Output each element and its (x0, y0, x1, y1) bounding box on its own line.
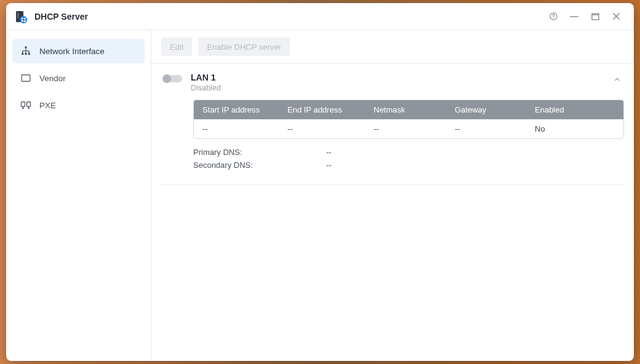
pxe-icon (20, 99, 32, 111)
window-title: DHCP Server (34, 12, 88, 22)
enable-dhcp-button[interactable]: Enable DHCP server (198, 38, 289, 56)
svg-rect-16 (25, 47, 27, 49)
interface-card-header: LAN 1 Disabled (161, 73, 624, 100)
svg-rect-18 (25, 53, 27, 55)
svg-rect-20 (25, 49, 26, 51)
svg-rect-25 (22, 75, 30, 82)
app-icon (15, 10, 28, 23)
svg-rect-22 (22, 51, 23, 53)
main-panel: Edit Enable DHCP server LAN 1 Disabled (151, 30, 634, 361)
th-gateway: Gateway (446, 100, 526, 119)
th-enabled: Enabled (526, 100, 623, 119)
app-window: DHCP Server (6, 3, 634, 361)
svg-rect-3 (18, 17, 19, 18)
td-netmask: -- (365, 119, 446, 138)
ip-range-table: Start IP address End IP address Netmask … (193, 100, 624, 139)
svg-rect-7 (22, 20, 23, 22)
svg-rect-19 (28, 53, 30, 55)
svg-rect-8 (24, 20, 26, 22)
table-header-row: Start IP address End IP address Netmask … (194, 100, 623, 119)
svg-point-4 (20, 16, 27, 23)
sidebar: Network Interface Vendor (6, 30, 151, 361)
svg-rect-23 (25, 51, 26, 53)
svg-rect-33 (27, 102, 31, 107)
svg-rect-1 (18, 13, 19, 14)
svg-rect-24 (29, 51, 30, 53)
interface-card-body: Start IP address End IP address Netmask … (161, 100, 624, 170)
svg-rect-11 (570, 16, 578, 17)
interface-status: Disabled (191, 84, 602, 92)
td-gateway: -- (446, 119, 526, 138)
dns-secondary-row: Secondary DNS: -- (193, 160, 624, 170)
network-interface-icon (20, 45, 32, 57)
dns-secondary-value: -- (326, 160, 332, 170)
interface-card: LAN 1 Disabled Start IP address End IP a… (161, 64, 624, 185)
sidebar-item-pxe[interactable]: PXE (12, 93, 145, 117)
toolbar: Edit Enable DHCP server (151, 30, 634, 64)
td-start-ip: -- (194, 119, 279, 138)
help-button[interactable] (543, 7, 564, 26)
sidebar-item-network-interface[interactable]: Network Interface (12, 39, 145, 63)
td-enabled: No (526, 119, 623, 138)
interface-name: LAN 1 (191, 73, 602, 82)
titlebar: DHCP Server (6, 3, 634, 30)
sidebar-item-label: Network Interface (39, 47, 105, 56)
close-button[interactable] (606, 7, 626, 26)
table-row[interactable]: -- -- -- -- No (194, 119, 623, 138)
svg-point-10 (553, 18, 554, 18)
dns-primary-label: Primary DNS: (193, 148, 326, 157)
td-end-ip: -- (279, 119, 365, 138)
th-end-ip: End IP address (279, 100, 365, 119)
svg-rect-6 (24, 18, 26, 20)
dns-primary-value: -- (326, 148, 332, 157)
sidebar-item-label: PXE (39, 101, 56, 110)
th-start-ip: Start IP address (194, 100, 279, 119)
edit-button[interactable]: Edit (161, 38, 192, 56)
dns-primary-row: Primary DNS: -- (193, 148, 624, 157)
svg-rect-17 (22, 53, 23, 55)
dns-secondary-label: Secondary DNS: (193, 160, 326, 170)
vendor-icon (20, 72, 32, 84)
svg-rect-2 (18, 15, 19, 16)
maximize-button[interactable] (585, 7, 606, 26)
svg-rect-5 (22, 18, 23, 20)
minimize-button[interactable] (564, 7, 585, 26)
interface-toggle[interactable] (164, 75, 182, 82)
th-netmask: Netmask (365, 100, 446, 119)
dns-block: Primary DNS: -- Secondary DNS: -- (193, 148, 624, 170)
sidebar-item-vendor[interactable]: Vendor (12, 66, 145, 90)
sidebar-item-label: Vendor (39, 74, 66, 83)
svg-rect-32 (22, 102, 25, 107)
chevron-up-icon (613, 75, 622, 84)
table-body: -- -- -- -- No (194, 119, 623, 138)
collapse-toggle[interactable] (610, 73, 624, 88)
